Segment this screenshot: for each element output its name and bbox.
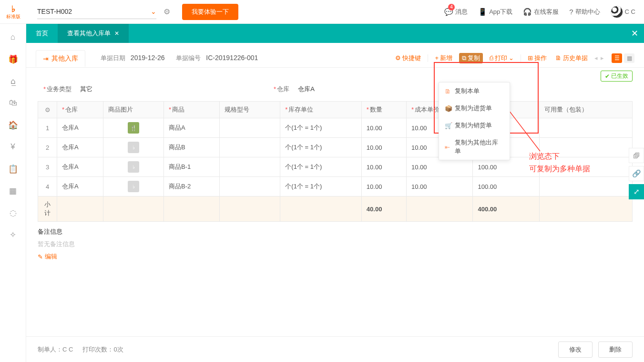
table-row[interactable]: 4仓库A♭商品B-2个(1个 = 1个)10.0010.00100.00: [38, 177, 633, 197]
remarks-title: 备注信息: [38, 228, 633, 236]
new-nav-icon[interactable]: ✧: [8, 230, 18, 239]
chevron-left-icon[interactable]: ◂: [594, 54, 598, 62]
doc-number-value: IC-20191226-001: [206, 54, 258, 62]
remarks-edit-label: 编辑: [45, 252, 57, 261]
copy-to-purchase-item[interactable]: 📦复制为进货单: [439, 100, 510, 117]
shopping-nav-icon[interactable]: 🛍: [8, 98, 18, 108]
view-grid-toggle[interactable]: ▦: [624, 53, 634, 63]
subtotal-row: 小计40.00400.00: [38, 197, 633, 222]
chevron-right-icon[interactable]: ▸: [601, 54, 604, 62]
row-unit: 个(1个 = 1个): [280, 157, 362, 177]
copy-to-other-out-item[interactable]: ⇤复制为其他出库单: [439, 134, 510, 160]
org-selector[interactable]: TEST-H002 ⌄: [37, 5, 156, 19]
print-icon: ⎙: [490, 54, 493, 62]
copy-this-item[interactable]: 🗎复制本单: [439, 83, 510, 100]
tab-current[interactable]: 查看其他入库单 ✕: [58, 24, 129, 43]
warehouse-nav-icon[interactable]: 🏠: [8, 120, 18, 130]
report-nav-icon[interactable]: ▦: [8, 186, 18, 196]
annotation-line2: 可复制为多种单据: [529, 163, 590, 175]
subtotal-amount: 400.00: [473, 197, 539, 222]
home-nav-icon[interactable]: ⌂: [8, 32, 18, 42]
print-action[interactable]: ⎙打印⌄: [488, 52, 516, 64]
annotation-text: 浏览态下 可复制为多种单据: [529, 150, 590, 175]
remarks-edit[interactable]: ✎编辑: [38, 252, 633, 261]
help-center-label: 帮助中心: [575, 8, 600, 16]
product-thumb-icon: ♭: [128, 161, 139, 173]
rail-link-icon[interactable]: 🔗: [629, 166, 644, 181]
row-unit: 个(1个 = 1个): [280, 138, 362, 157]
th-product: *商品: [164, 102, 220, 118]
user-menu[interactable]: C C: [611, 6, 635, 18]
copy-to-sales-label: 复制为销货单: [455, 121, 492, 130]
app-download-label: App下载: [489, 8, 512, 16]
copy-icon: 🗎: [445, 88, 451, 95]
row-spec: [220, 118, 280, 138]
try-experience-button[interactable]: 我要体验一下: [182, 4, 238, 20]
status-badge: ✔已生效: [601, 71, 633, 82]
outbound-icon: ⇤: [445, 144, 451, 151]
close-icon[interactable]: ✕: [114, 30, 119, 37]
refresh-nav-icon[interactable]: ◌: [8, 208, 18, 217]
row-unit: 个(1个 = 1个): [280, 177, 362, 197]
rail-note-icon[interactable]: 🗊: [629, 148, 644, 163]
gift-nav-icon[interactable]: 🎁: [8, 54, 18, 64]
row-unit: 个(1个 = 1个): [280, 118, 362, 138]
th-spec: 规格型号: [220, 102, 280, 118]
clipboard-nav-icon[interactable]: 📋: [8, 164, 18, 174]
subtotal-qty: 40.00: [361, 197, 406, 222]
row-qty: 10.00: [361, 177, 406, 197]
row-index: 3: [38, 157, 57, 177]
copy-to-sales-item[interactable]: 🛒复制为销货单: [439, 117, 510, 134]
creator-info: 制单人：C C: [38, 345, 73, 354]
table-row[interactable]: 1仓库A🍴商品A个(1个 = 1个)10.0010.00100.00: [38, 118, 633, 138]
copy-icon: ⧉: [462, 54, 466, 62]
logo-edition-text: 标准版: [6, 13, 20, 20]
th-qty: *数量: [361, 102, 406, 118]
row-warehouse: 仓库A: [57, 157, 103, 177]
finance-nav-icon[interactable]: ¥: [8, 142, 18, 152]
phone-icon: 📱: [478, 8, 487, 16]
row-spec: [220, 157, 280, 177]
add-action[interactable]: +新增: [433, 52, 454, 64]
row-image: 🍴: [103, 118, 164, 138]
remarks-empty: 暂无备注信息: [38, 240, 633, 248]
product-thumb-icon: 🍴: [128, 122, 139, 134]
copy-action[interactable]: ⧉复制: [459, 53, 483, 63]
annotation-line1: 浏览态下: [529, 150, 590, 163]
user-name: C C: [625, 8, 635, 15]
operate-action[interactable]: ⊞操作: [526, 52, 549, 64]
table-settings-header[interactable]: ⚙: [38, 102, 57, 118]
house-nav-icon[interactable]: ⌂̲: [8, 76, 18, 86]
gear-icon[interactable]: ⚙: [164, 7, 170, 16]
row-image: ♭: [103, 157, 164, 177]
history-label: 历史单据: [563, 54, 588, 62]
close-all-tabs[interactable]: ✕: [625, 24, 644, 43]
avatar: [611, 6, 623, 18]
chevron-down-icon: ⌄: [509, 54, 514, 62]
rail-expand-icon[interactable]: ⤢: [629, 184, 644, 199]
delete-button[interactable]: 删除: [598, 341, 633, 358]
org-name: TEST-H002: [37, 8, 72, 15]
grid-icon: ⊞: [528, 54, 533, 62]
view-list-toggle[interactable]: ☰: [612, 53, 622, 63]
history-action[interactable]: 🗎历史单据: [553, 52, 590, 64]
modify-button[interactable]: 修改: [558, 341, 593, 358]
online-service-link[interactable]: 🎧 在线客服: [523, 8, 559, 16]
help-center-link[interactable]: ? 帮助中心: [569, 8, 600, 16]
product-thumb-icon: ♭: [128, 142, 139, 153]
row-warehouse: 仓库A: [57, 138, 103, 157]
warehouse-value: 仓库A: [298, 85, 315, 93]
row-product: 商品B: [164, 138, 220, 157]
gear-small-icon: ⚙: [395, 54, 401, 62]
row-warehouse: 仓库A: [57, 177, 103, 197]
shortcut-action[interactable]: ⚙快捷键: [393, 52, 423, 64]
operate-label: 操作: [534, 54, 547, 62]
print-count-info: 打印次数：0次: [82, 345, 123, 354]
tab-home[interactable]: 首页: [26, 24, 58, 43]
row-index: 1: [38, 118, 57, 138]
logo-icon: ♭: [11, 4, 15, 14]
messages-link[interactable]: 💬 消息 4: [444, 8, 468, 16]
row-available: [539, 118, 632, 138]
app-download-link[interactable]: 📱 App下载: [478, 8, 512, 16]
separator: [428, 54, 428, 62]
